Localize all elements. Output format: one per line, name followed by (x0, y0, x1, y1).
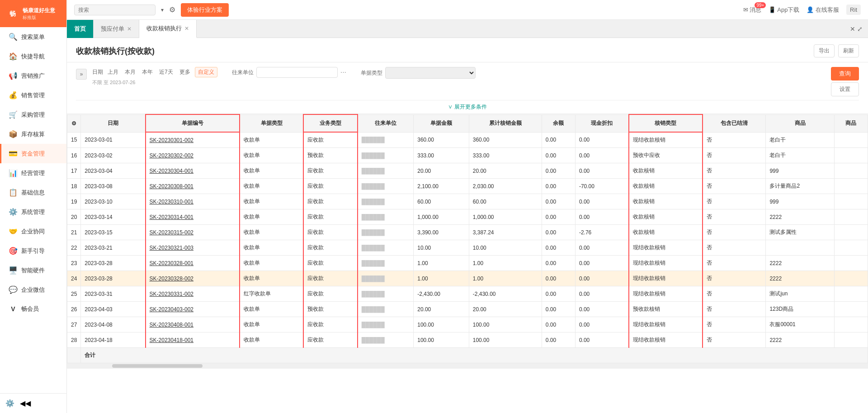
cell-order-no[interactable]: SK-20230301-002 (146, 132, 240, 148)
th-settings[interactable]: ⚙ (67, 114, 81, 132)
cell-order-no[interactable]: SK-20230331-002 (146, 286, 240, 302)
tab-writeoff[interactable]: 收款核销执行 ✕ (139, 20, 197, 38)
tabbar: 首页 预应付单 ✕ 收款核销执行 ✕ ✕ ⤢ (67, 20, 868, 38)
sidebar-item-basic[interactable]: 📋 基础信息 (0, 183, 66, 202)
sidebar-item-hardware[interactable]: 🖥️ 智能硬件 (0, 261, 66, 280)
receipt-type-select[interactable] (385, 67, 476, 79)
sidebar-item-sales[interactable]: 💰 销售管理 (0, 85, 66, 105)
cell-product2 (834, 271, 868, 286)
cell-order-no[interactable]: SK-20230308-001 (146, 179, 240, 194)
sidebar-item-inventory[interactable]: 📦 库存核算 (0, 124, 66, 144)
tab-prepay-close[interactable]: ✕ (127, 26, 132, 32)
cell-product: 2222 (766, 209, 834, 225)
topbar-gear-icon[interactable]: ⚙ (169, 5, 175, 14)
cell-order-no[interactable]: SK-20230302-002 (146, 148, 240, 163)
date-this-month-btn[interactable]: 本月 (123, 67, 137, 77)
cell-product: 老白干 (766, 148, 834, 163)
cell-balance: 0.00 (542, 332, 575, 348)
cell-amount: 60.00 (414, 194, 469, 209)
sidebar-item-newbie[interactable]: 🎯 新手引导 (0, 241, 66, 261)
cell-order-no[interactable]: SK-20230304-001 (146, 163, 240, 179)
cell-include-settled: 否 (703, 240, 766, 256)
cell-order-no[interactable]: SK-20230403-002 (146, 302, 240, 317)
sidebar-item-member[interactable]: V 畅会员 (0, 299, 66, 318)
purchase-icon: 🛒 (9, 110, 18, 119)
topbar-app-download[interactable]: 📱 App下载 (769, 6, 799, 14)
th-amount: 单据金额 (414, 114, 469, 132)
settings-icon[interactable]: ⚙️ (5, 399, 14, 408)
horizontal-scrollbar[interactable] (67, 363, 868, 369)
cell-order-no[interactable]: SK-20230418-001 (146, 332, 240, 348)
sidebar-item-finance[interactable]: 💳 资金管理 (0, 144, 66, 163)
cell-product: 999 (766, 163, 834, 179)
sidebar-item-shortcut[interactable]: 🏠 快捷导航 (0, 47, 66, 66)
cell-order-no[interactable]: SK-20230328-001 (146, 256, 240, 271)
tab-prepay[interactable]: 预应付单 ✕ (94, 20, 139, 38)
tab-home[interactable]: 首页 (67, 20, 94, 38)
sidebar-item-label: 新手引导 (21, 247, 45, 255)
filter-collapse-button[interactable]: » (76, 69, 87, 80)
table-body: 15 2023-03-01 SK-20230301-002 收款单 应收款 ██… (67, 132, 868, 348)
table-header-row: ⚙ 日期 单据编号 单据类型 业务类型 往来单位 单据金额 累计核销金额 余额 … (67, 114, 868, 132)
home-icon: 🏠 (9, 52, 18, 61)
window-maximize-button[interactable]: ⤢ (857, 25, 863, 33)
cell-accum-writeoff: 2,030.00 (469, 179, 542, 194)
sidebar-item-wechat[interactable]: 💬 企业微信 (0, 280, 66, 299)
cell-product2 (834, 132, 868, 148)
sidebar-item-operations[interactable]: 📊 经营管理 (0, 163, 66, 183)
cell-order-no[interactable]: SK-20230314-001 (146, 209, 240, 225)
topbar-user[interactable]: Rit (846, 5, 861, 15)
sidebar-item-label: 企业微信 (21, 286, 45, 294)
cell-writeoff-type: 收款核销 (629, 163, 703, 179)
sidebar-item-company[interactable]: 🤝 企业协同 (0, 222, 66, 241)
cell-order-no[interactable]: SK-20230310-001 (146, 194, 240, 209)
date-last-month-btn[interactable]: 上月 (106, 67, 120, 77)
cell-date: 2023-04-03 (81, 302, 146, 317)
collapse-icon[interactable]: ◀◀ (20, 399, 31, 408)
cell-receipt-type: 收款单 (240, 271, 303, 286)
filter-expand-button[interactable]: ∨ 展开更多条件 (448, 104, 486, 110)
refresh-button[interactable]: 刷新 (838, 44, 859, 57)
cell-balance: 0.00 (542, 317, 575, 332)
cell-no: 22 (67, 240, 81, 256)
counterpart-filter-input[interactable] (256, 67, 338, 78)
cell-balance: 0.00 (542, 209, 575, 225)
date-custom-btn[interactable]: 自定义 (195, 67, 217, 77)
sidebar-item-purchase[interactable]: 🛒 采购管理 (0, 105, 66, 124)
scrollbar-thumb[interactable] (112, 364, 203, 368)
table-row: 21 2023-03-15 SK-20230315-002 收款单 应收款 ██… (67, 225, 868, 240)
cell-biz-type: 应收款 (303, 317, 357, 332)
sidebar-item-system[interactable]: ⚙️ 系统管理 (0, 202, 66, 222)
cell-order-no[interactable]: SK-20230328-002 (146, 271, 240, 286)
date-this-year-btn[interactable]: 本年 (140, 67, 155, 77)
cell-include-settled: 否 (703, 225, 766, 240)
basic-icon: 📋 (9, 188, 18, 197)
cell-include-settled: 否 (703, 332, 766, 348)
cell-product: 999 (766, 194, 834, 209)
topbar-message[interactable]: ✉ 消息 99+ (743, 6, 762, 14)
query-button[interactable]: 查询 (831, 67, 859, 81)
export-button[interactable]: 导出 (814, 44, 835, 57)
date-more-btn[interactable]: 更多 (178, 67, 192, 77)
filter-dots[interactable]: ··· (340, 68, 346, 76)
tab-writeoff-close[interactable]: ✕ (184, 25, 189, 32)
cell-biz-type: 应收款 (303, 225, 357, 240)
cell-amount: 1,000.00 (414, 209, 469, 225)
cell-order-no[interactable]: SK-20230321-003 (146, 240, 240, 256)
industry-solution-button[interactable]: 体验行业方案 (181, 3, 229, 17)
cell-include-settled: 否 (703, 286, 766, 302)
window-close-button[interactable]: ✕ (850, 25, 855, 33)
filter-settings-button[interactable]: 设置 (831, 82, 859, 96)
cell-order-no[interactable]: SK-20230315-002 (146, 225, 240, 240)
topbar-dropdown-icon[interactable]: ▾ (161, 7, 164, 13)
cell-date: 2023-03-15 (81, 225, 146, 240)
topbar-online-service[interactable]: 👤 在线客服 (807, 6, 839, 14)
sidebar-item-search[interactable]: 🔍 搜索菜单 (0, 27, 66, 47)
date-7days-btn[interactable]: 近7天 (157, 67, 175, 77)
cell-date: 2023-03-08 (81, 179, 146, 194)
cell-order-no[interactable]: SK-20230408-001 (146, 317, 240, 332)
sidebar-item-marketing[interactable]: 📢 营销推广 (0, 66, 66, 85)
tab-prepay-label: 预应付单 (101, 25, 124, 33)
topbar-search-input[interactable] (74, 5, 156, 15)
table-row: 25 2023-03-31 SK-20230331-002 红字收款单 应收款 … (67, 286, 868, 302)
